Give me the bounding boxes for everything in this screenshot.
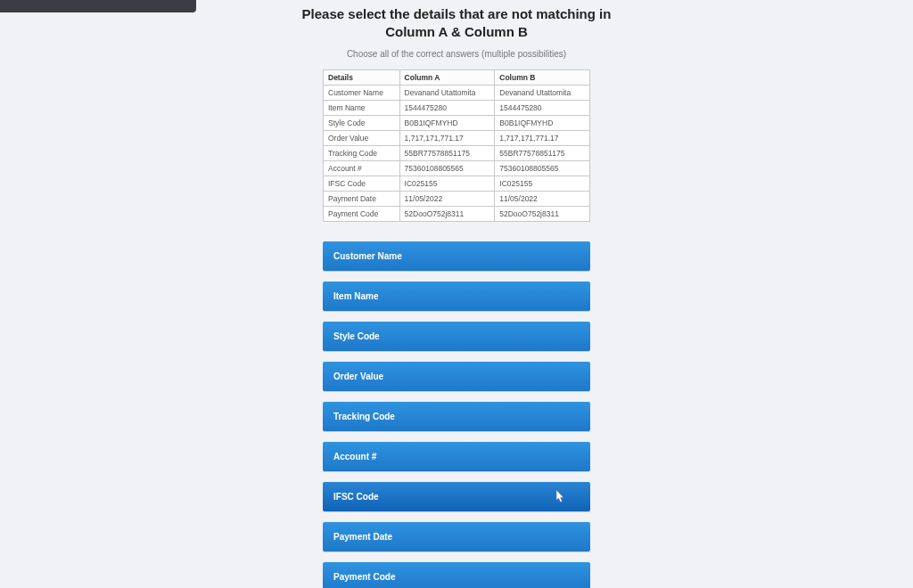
table-cell: 55BR77578851175 — [495, 146, 590, 161]
table-cell: 1,717,171,771.17 — [495, 131, 590, 146]
answer-option-label: Tracking Code — [333, 412, 395, 421]
question-instruction: Choose all of the correct answers (multi… — [0, 49, 913, 59]
table-cell: 55BR77578851175 — [399, 146, 495, 161]
table-row: Order Value1,717,171,771.171,717,171,771… — [324, 131, 590, 146]
answer-option[interactable]: Style Code — [323, 322, 590, 351]
table-cell: Customer Name — [324, 86, 400, 101]
answer-option-label: Account # — [333, 452, 376, 461]
answer-option[interactable]: Payment Code — [323, 562, 590, 588]
table-cell: B0B1IQFMYHD — [399, 116, 495, 131]
answer-option-label: Style Code — [333, 331, 380, 341]
answer-option[interactable]: Customer Name — [323, 241, 590, 271]
table-cell: Order Value — [324, 131, 400, 146]
col-a-header: Column A — [399, 70, 495, 86]
answer-option-label: Payment Code — [333, 572, 395, 582]
table-row: Tracking Code55BR7757885117555BR77578851… — [324, 146, 590, 161]
table-row: Payment Code52DooO752j831152DooO752j8311 — [324, 207, 590, 222]
table-header-row: Details Column A Column B — [324, 70, 590, 86]
answer-option[interactable]: Item Name — [323, 282, 590, 311]
heading-line2: Column A & Column B — [385, 24, 528, 39]
browser-tab-strip — [0, 0, 196, 12]
table-cell: IFSC Code — [324, 176, 400, 192]
answer-option[interactable]: Payment Date — [323, 522, 590, 551]
table-cell: 75360108805565 — [495, 161, 590, 176]
col-details-header: Details — [324, 70, 400, 86]
table-cell: 11/05/2022 — [399, 192, 495, 207]
table-cell: 1,717,171,771.17 — [399, 131, 495, 146]
answer-options: Customer NameItem NameStyle CodeOrder Va… — [323, 241, 590, 588]
answer-option[interactable]: Order Value — [323, 362, 590, 391]
answer-option-label: IFSC Code — [333, 492, 379, 502]
table-cell: B0B1IQFMYHD — [495, 116, 590, 131]
content-wrapper: Details Column A Column B Customer NameD… — [323, 69, 590, 588]
page-content: Please select the details that are not m… — [0, 0, 913, 588]
table-cell: 52DooO752j8311 — [399, 207, 495, 222]
table-cell: Payment Code — [324, 207, 400, 222]
table-cell: IC025155 — [399, 176, 495, 192]
table-cell: Item Name — [324, 101, 400, 116]
table-cell: 11/05/2022 — [495, 192, 590, 207]
comparison-table: Details Column A Column B Customer NameD… — [323, 69, 590, 222]
pointer-cursor-icon — [553, 488, 567, 506]
table-cell: Payment Date — [324, 192, 400, 207]
table-cell: 52DooO752j8311 — [495, 207, 590, 222]
col-b-header: Column B — [495, 70, 590, 86]
answer-option[interactable]: Account # — [323, 442, 590, 471]
table-cell: Tracking Code — [324, 146, 400, 161]
answer-option[interactable]: Tracking Code — [323, 402, 590, 431]
answer-option-label: Item Name — [333, 291, 379, 301]
heading-line1: Please select the details that are not m… — [302, 6, 612, 21]
table-cell: Style Code — [324, 116, 400, 131]
table-row: Account #7536010880556575360108805565 — [324, 161, 590, 176]
table-row: IFSC CodeIC025155IC025155 — [324, 176, 590, 192]
answer-option-label: Payment Date — [333, 532, 392, 542]
table-cell: IC025155 — [495, 176, 590, 192]
table-row: Customer NameDevanand UtattomitaDevanand… — [324, 86, 590, 101]
answer-option-label: Customer Name — [333, 251, 402, 261]
table-cell: Account # — [324, 161, 400, 176]
table-cell: 75360108805565 — [399, 161, 495, 176]
table-cell: Devanand Utattomita — [495, 86, 590, 101]
table-row: Payment Date11/05/202211/05/2022 — [324, 192, 590, 207]
answer-option[interactable]: IFSC Code — [323, 482, 590, 511]
table-cell: 1544475280 — [399, 101, 495, 116]
table-cell: 1544475280 — [495, 101, 590, 116]
table-cell: Devanand Utattomita — [399, 86, 495, 101]
table-row: Style CodeB0B1IQFMYHDB0B1IQFMYHD — [324, 116, 590, 131]
table-row: Item Name15444752801544475280 — [324, 101, 590, 116]
answer-option-label: Order Value — [333, 372, 383, 381]
